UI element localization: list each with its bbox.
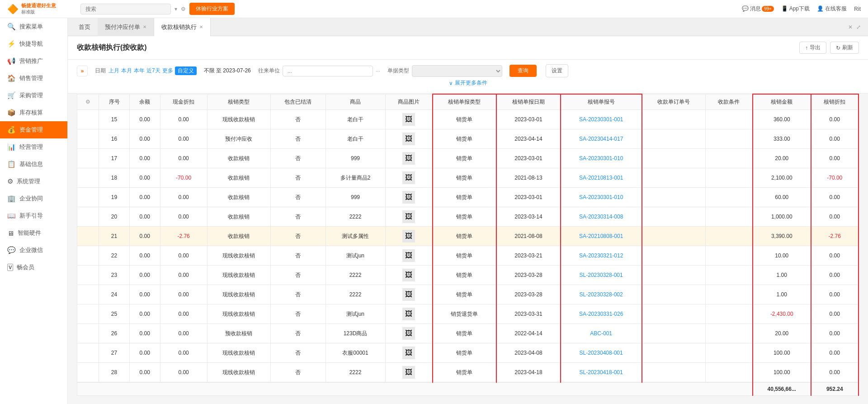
date-this-month[interactable]: 本月: [121, 67, 132, 75]
date-7days[interactable]: 近7天: [146, 67, 160, 75]
cell-receipt-condition: [705, 304, 753, 324]
cell-include-settled: 否: [270, 363, 326, 383]
cell-include-settled: 否: [270, 343, 326, 363]
cell-balance: 0.00: [129, 343, 160, 363]
message-label[interactable]: 💬 消息99+: [742, 5, 774, 13]
maximize-icon[interactable]: ⤢: [856, 24, 861, 30]
cell-cash-discount: 0.00: [160, 304, 207, 324]
cell-cancel-type: 现线收款核销: [207, 246, 270, 266]
cell-seq: 26: [99, 324, 130, 343]
date-prev-month[interactable]: 上月: [108, 67, 119, 75]
cell-balance: 0.00: [129, 227, 160, 246]
sidebar-item-purchase[interactable]: 🛒 采购管理: [0, 87, 67, 104]
cell-gear: [77, 129, 99, 149]
cell-seq: 17: [99, 149, 130, 168]
tab-prepay[interactable]: 预付冲应付单 ✕: [98, 18, 154, 36]
bill-report-no-link[interactable]: SL-20230328-001: [580, 272, 623, 278]
bill-report-no-link[interactable]: SA-20230331-026: [579, 311, 623, 317]
cell-cancel-amount: 60.00: [753, 188, 811, 207]
cell-goods-image: 🖼: [385, 168, 433, 188]
filter-toggle[interactable]: »: [77, 66, 88, 76]
sidebar-item-member[interactable]: V 畅会员: [0, 259, 67, 276]
sidebar-item-guide[interactable]: 📖 新手引导: [0, 207, 67, 224]
user-name[interactable]: Rit: [854, 6, 861, 12]
bill-report-no-link[interactable]: SA-20210808-001: [579, 233, 623, 239]
sidebar-item-basic[interactable]: 📋 基础信息: [0, 156, 67, 173]
refresh-icon: ↻: [836, 45, 840, 51]
date-this-year[interactable]: 本年: [134, 67, 145, 75]
bill-report-no-link[interactable]: SL-20230408-001: [580, 350, 623, 356]
bill-report-no-link[interactable]: SA-20230301-001: [579, 116, 623, 123]
bill-type-select[interactable]: [412, 65, 502, 77]
dropdown-icon[interactable]: ▾: [175, 6, 177, 12]
export-button[interactable]: ↑ 导出: [799, 42, 826, 54]
sidebar-item-company[interactable]: 🏢 企业协同: [0, 190, 67, 207]
sidebar-item-system[interactable]: ⚙ 系统管理: [0, 173, 67, 190]
sidebar-item-inventory[interactable]: 📦 库存核算: [0, 104, 67, 121]
cell-cancel-discount: 0.00: [811, 110, 859, 129]
col-receipt-condition: 收款条件: [705, 94, 753, 110]
bill-report-no-link[interactable]: SA-20230301-010: [579, 194, 623, 200]
sidebar-item-sales[interactable]: 🏠 销售管理: [0, 70, 67, 87]
search-input[interactable]: [80, 4, 171, 14]
bill-report-no-link[interactable]: SA-20230321-012: [579, 252, 623, 259]
tab-prepay-close[interactable]: ✕: [143, 24, 146, 29]
sidebar-item-hardware[interactable]: 🖥 智能硬件: [0, 224, 67, 242]
date-custom-btn[interactable]: 自定义: [175, 67, 197, 75]
cell-gear: [77, 149, 99, 168]
cell-cancel-type: 现线收款核销: [207, 363, 270, 383]
cell-seq: 24: [99, 285, 130, 304]
table-footer-row: 40,556,66... 952.24: [77, 382, 859, 396]
partner-input[interactable]: [283, 66, 373, 76]
sidebar-item-finance[interactable]: 💰 资金管理: [0, 121, 67, 138]
cell-goods: 衣服00001: [326, 343, 385, 363]
bill-report-no-link[interactable]: ABC-001: [590, 330, 612, 337]
cell-bill-report-no: SL-20230328-001: [561, 266, 642, 285]
message-badge: 99+: [762, 6, 774, 12]
cell-bill-report-type: 销货单: [433, 363, 497, 383]
date-more[interactable]: 更多: [162, 67, 173, 75]
sidebar-item-wechat[interactable]: 💬 企业微信: [0, 242, 67, 259]
filter-partner-item: 往来单位 ···: [258, 66, 380, 76]
bill-report-no-link[interactable]: SA-20210813-001: [579, 175, 623, 181]
app-download[interactable]: 📱 App下载: [781, 5, 810, 13]
cell-receipt-order-no: [642, 324, 706, 343]
sidebar-item-search[interactable]: 🔍 搜索菜单: [0, 18, 67, 35]
cell-cancel-type: 收款核销: [207, 188, 270, 207]
cell-bill-report-type: 销货单: [433, 188, 497, 207]
cell-receipt-order-no: [642, 285, 706, 304]
bill-report-no-link[interactable]: SA-20230301-010: [579, 155, 623, 162]
bill-report-no-link[interactable]: SA-20230314-008: [579, 214, 623, 220]
sidebar-item-operations[interactable]: 📊 经营管理: [0, 138, 67, 156]
partner-more-icon[interactable]: ···: [376, 68, 380, 74]
cell-receipt-order-no: [642, 129, 706, 149]
query-button[interactable]: 查询: [509, 65, 537, 77]
bill-report-no-link[interactable]: SL-20230328-002: [580, 291, 623, 298]
cell-include-settled: 否: [270, 207, 326, 227]
settings-icon[interactable]: ⚙: [181, 6, 186, 12]
tab-receipt[interactable]: 收款核销执行 ✕: [154, 18, 211, 36]
refresh-button[interactable]: ↻ 刷新: [830, 42, 859, 54]
online-service[interactable]: 👤 在线客服: [817, 5, 847, 13]
cell-receipt-order-no: [642, 188, 706, 207]
cell-goods-image: 🖼: [385, 363, 433, 383]
cell-cancel-amount: 333.00: [753, 129, 811, 149]
bill-report-no-link[interactable]: SL-20230418-001: [580, 369, 623, 375]
industry-button[interactable]: 休验行业方案: [189, 3, 235, 15]
expand-button[interactable]: ∨ 展开更多条件: [449, 79, 487, 87]
close-window-icon[interactable]: ✕: [848, 24, 853, 30]
table-row: 17 0.00 0.00 收款核销 否 999 🖼 销货单 2023-03-01…: [77, 149, 859, 168]
sidebar-item-marketing[interactable]: 📢 营销推广: [0, 52, 67, 70]
col-balance: 余额: [129, 94, 160, 110]
setting-button[interactable]: 设置: [546, 64, 568, 77]
cell-seq: 19: [99, 188, 130, 207]
inventory-icon: 📦: [7, 109, 16, 117]
gear-icon[interactable]: ⚙: [85, 99, 90, 105]
cell-bill-report-type: 销货单: [433, 285, 497, 304]
col-bill-report-date: 核销单报日期: [496, 94, 561, 110]
tab-home[interactable]: 首页: [71, 18, 98, 36]
sidebar-item-quick[interactable]: ⚡ 快捷导航: [0, 35, 67, 52]
cell-balance: 0.00: [129, 110, 160, 129]
tab-receipt-close[interactable]: ✕: [199, 24, 203, 29]
bill-report-no-link[interactable]: SA-20230414-017: [579, 136, 623, 142]
